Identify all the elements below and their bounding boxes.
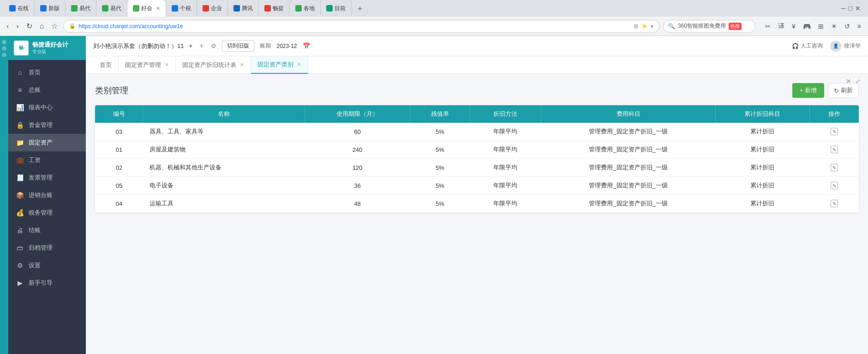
col-header-accum: 累计折旧科目: [716, 105, 810, 123]
game-icon[interactable]: 🎮: [801, 21, 813, 31]
browser-tab-11[interactable]: 目前: [321, 0, 352, 17]
browser-tab-10[interactable]: 各地: [290, 0, 321, 17]
cell-action-1: ✎: [809, 123, 859, 141]
browser-tab-3[interactable]: 易代: [66, 0, 96, 17]
sidebar-item-ledger[interactable]: ≡ 总账: [8, 81, 86, 99]
sidebar-item-fixed[interactable]: 📁 固定资产: [8, 134, 86, 151]
tab-home[interactable]: 首页: [93, 56, 119, 74]
browser-toolbar: ✂ 译 ¥ 🎮 ⊞ ☀ ↺ ≡: [763, 21, 863, 32]
edge-dot-2[interactable]: [2, 46, 6, 51]
browser-tab-7[interactable]: 企业: [197, 0, 228, 17]
calendar-icon[interactable]: 📅: [303, 42, 310, 49]
sidebar-item-fund[interactable]: 🔒 资金管理: [8, 116, 86, 134]
grid-icon[interactable]: ⊞: [816, 21, 826, 31]
sidebar-item-stock[interactable]: 📦 进销台账: [8, 186, 86, 204]
sidebar-item-tax[interactable]: 💰 税务管理: [8, 204, 86, 222]
home-button[interactable]: ⌂: [38, 20, 46, 32]
search-bar[interactable]: 🔍 360智能抠图免费用 热搜: [663, 20, 755, 33]
minimize-button[interactable]: ─: [841, 5, 846, 12]
forward-button[interactable]: ›: [14, 20, 20, 32]
window-expand-button[interactable]: ⤢: [855, 78, 861, 85]
cell-code-5: 04: [95, 195, 143, 213]
browser-tab-close-5[interactable]: ✕: [156, 6, 160, 12]
browser-tab-9[interactable]: 畅提: [259, 0, 290, 17]
refresh-button[interactable]: ↻ 刷新: [828, 83, 859, 98]
sidebar-item-settings[interactable]: ⚙ 设置: [8, 257, 86, 274]
new-tab-button[interactable]: ＋: [352, 4, 368, 13]
guide-icon: ▶: [16, 279, 24, 287]
sidebar-item-checkout[interactable]: 🖨 结账: [8, 222, 86, 239]
sidebar-item-label-guide: 新手引导: [29, 279, 53, 287]
edge-dot-1[interactable]: [2, 40, 6, 44]
undo-icon[interactable]: ↺: [842, 21, 852, 31]
sun-icon[interactable]: ☀: [829, 21, 839, 31]
maximize-button[interactable]: □: [849, 5, 852, 12]
add-account-button[interactable]: ＋: [198, 41, 205, 51]
sidebar-item-archive[interactable]: 🗃 归档管理: [8, 239, 86, 257]
add-button[interactable]: + 新增: [792, 83, 824, 98]
cell-residual-2: 5%: [410, 141, 470, 159]
cut-icon[interactable]: ✂: [763, 21, 773, 31]
close-window-button[interactable]: ✕: [855, 5, 861, 12]
sidebar-item-label-stock: 进销台账: [29, 191, 53, 199]
dropdown-arrow[interactable]: ▾: [189, 42, 192, 49]
sidebar-item-label-report: 报表中心: [29, 103, 53, 112]
sidebar-item-report[interactable]: 📊 报表中心: [8, 99, 86, 116]
page-title: 类别管理: [95, 85, 128, 96]
tab-depreciation[interactable]: 固定资产折旧统计表 ✕: [176, 56, 251, 74]
sidebar-item-invoice[interactable]: 🧾 发票管理: [8, 169, 86, 186]
sidebar-item-guide[interactable]: ▶ 新手引导: [8, 274, 86, 292]
edit-button-1[interactable]: ✎: [828, 127, 841, 136]
browser-tab-5[interactable]: 好会 ✕: [127, 0, 166, 17]
edit-button-5[interactable]: ✎: [828, 199, 841, 208]
bookmark-button[interactable]: ☆: [49, 20, 60, 32]
period-label: 账期: [260, 42, 271, 50]
main-content: 刘小艳演示系套（勿删勿动！）11 ▾ ＋ ⚙ 切到旧版 账期 2023-12 📅…: [86, 36, 868, 354]
browser-tab-8[interactable]: 腾讯: [228, 0, 259, 17]
sidebar-item-label-home: 首页: [29, 68, 41, 77]
sidebar-item-salary[interactable]: 💼 工资: [8, 151, 86, 169]
reload-button[interactable]: ↻: [24, 20, 34, 32]
settings-button-header[interactable]: ⚙: [211, 42, 216, 49]
app-logo: 畅: [14, 41, 29, 55]
col-header-period: 使用期限（月）: [305, 105, 410, 123]
service-button[interactable]: 🎧 人工咨询: [792, 42, 823, 50]
coupon-icon[interactable]: ¥: [790, 21, 798, 31]
cell-name-4: 电子设备: [143, 177, 305, 195]
browser-tab-1[interactable]: 在线: [4, 0, 35, 17]
cell-accum-2: 累计折旧: [716, 141, 810, 159]
dropdown-icon[interactable]: ▾: [651, 23, 653, 30]
cell-period-3: 120: [305, 159, 410, 177]
browser-tab-4[interactable]: 易代: [96, 0, 127, 17]
edit-button-3[interactable]: ✎: [828, 163, 841, 172]
menu-icon[interactable]: ≡: [855, 21, 863, 31]
table-header: 编号 名称 使用期限（月） 残值率 折旧方法 费用科目 累计折旧科目 操作: [95, 105, 859, 123]
tab-close-fixed-mgmt[interactable]: ✕: [165, 62, 169, 68]
cell-code-2: 01: [95, 141, 143, 159]
tab-category[interactable]: 固定资产类别 ✕: [251, 56, 308, 74]
edit-button-4[interactable]: ✎: [828, 181, 841, 190]
sidebar-item-label-invoice: 发票管理: [29, 174, 53, 182]
tab-fixed-mgmt[interactable]: 固定资产管理 ✕: [119, 56, 176, 74]
sidebar-item-home[interactable]: ⌂ 首页: [8, 64, 86, 81]
browser-tab-6[interactable]: 个税: [166, 0, 197, 17]
browser-tab-2[interactable]: 新版: [35, 0, 66, 17]
window-controls: ✕ ⤢: [846, 78, 861, 85]
cell-action-4: ✎: [809, 177, 859, 195]
edit-button-2[interactable]: ✎: [828, 145, 841, 154]
window-close-button[interactable]: ✕: [846, 78, 851, 85]
cell-method-3: 年限平均: [470, 159, 541, 177]
tab-close-depreciation[interactable]: ✕: [240, 62, 244, 68]
tab-close-category[interactable]: ✕: [297, 61, 301, 67]
cell-accum-3: 累计折旧: [716, 159, 810, 177]
fund-icon: 🔒: [16, 121, 24, 129]
cell-period-4: 36: [305, 177, 410, 195]
cell-name-3: 机器、机械和其他生产设备: [143, 159, 305, 177]
edge-dot-3[interactable]: [2, 53, 6, 57]
translate-icon[interactable]: 译: [776, 21, 787, 32]
user-info[interactable]: 👤 徐泽华: [830, 41, 861, 52]
cell-action-2: ✎: [809, 141, 859, 159]
url-bar[interactable]: 🔒 https://cloud.chanjet.com/accounting/u…: [63, 20, 659, 33]
switch-old-version-button[interactable]: 切到旧版: [222, 40, 254, 52]
back-button[interactable]: ‹: [5, 20, 11, 32]
